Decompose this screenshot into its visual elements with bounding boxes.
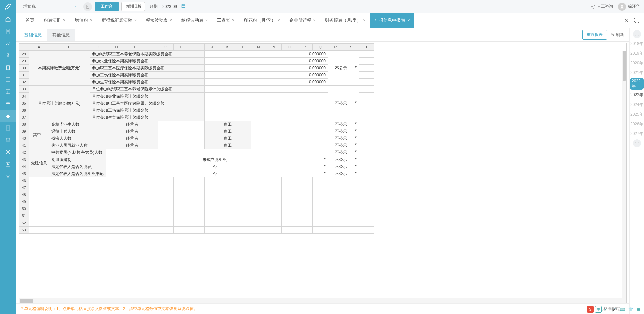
col-S[interactable]: S — [343, 44, 359, 51]
g3-v2[interactable] — [251, 142, 328, 149]
cell[interactable] — [251, 212, 266, 219]
row-44[interactable]: 44 — [19, 163, 29, 170]
tab-close-icon[interactable]: × — [313, 18, 316, 23]
row-40[interactable]: 40 — [19, 135, 29, 142]
tab-1[interactable]: 税表清册× — [39, 13, 70, 28]
col-H[interactable]: H — [174, 44, 189, 51]
row-52[interactable]: 52 — [19, 219, 29, 227]
year-up-button[interactable]: ︿ — [633, 30, 641, 38]
row-35[interactable]: 35 — [19, 100, 29, 107]
cell[interactable] — [343, 191, 359, 198]
cell[interactable] — [143, 191, 158, 198]
cell[interactable] — [266, 198, 282, 205]
ime-keyboard-icon[interactable]: ⌨ — [619, 306, 626, 313]
col-Q[interactable]: Q — [313, 44, 328, 51]
cell[interactable] — [205, 227, 220, 234]
cell[interactable] — [49, 227, 90, 234]
cell[interactable] — [174, 227, 189, 234]
cell[interactable] — [205, 191, 220, 198]
row-31[interactable]: 31 — [19, 72, 29, 79]
cell[interactable] — [90, 219, 106, 227]
cell[interactable] — [143, 184, 158, 191]
cell[interactable] — [49, 191, 90, 198]
nav-export-icon[interactable] — [0, 122, 16, 134]
cell[interactable] — [251, 184, 266, 191]
cell[interactable] — [205, 198, 220, 205]
cell[interactable] — [297, 227, 313, 234]
dropdown-cell[interactable]: 不公示▼ — [328, 170, 359, 177]
row-28[interactable]: 28 — [19, 51, 29, 58]
tab-close-icon[interactable]: × — [407, 18, 410, 23]
cell[interactable] — [29, 212, 49, 219]
row-49[interactable]: 49 — [19, 198, 29, 205]
year-2022年[interactable]: 2022年 — [630, 78, 644, 90]
tab-close-icon[interactable]: × — [278, 18, 280, 23]
row-30[interactable]: 30 — [19, 65, 29, 72]
g2-value[interactable] — [205, 114, 328, 121]
cell[interactable] — [359, 72, 374, 79]
col-K[interactable]: K — [220, 44, 235, 51]
cell[interactable] — [220, 212, 235, 219]
year-2020年[interactable]: 2020年 — [630, 58, 644, 68]
close-all-tabs-button[interactable]: ✕ — [621, 16, 631, 25]
cell[interactable] — [359, 100, 374, 107]
cell[interactable] — [174, 184, 189, 191]
cell[interactable] — [359, 227, 374, 234]
row-47[interactable]: 47 — [19, 184, 29, 191]
dropdown-cell[interactable]: 不公示▼ — [328, 128, 359, 135]
cell[interactable] — [174, 198, 189, 205]
cell[interactable] — [189, 198, 205, 205]
col-I[interactable]: I — [189, 44, 205, 51]
year-down-button[interactable]: ﹀ — [633, 139, 641, 147]
cell[interactable] — [29, 177, 49, 184]
cell[interactable] — [158, 219, 174, 227]
tab-close-icon[interactable]: × — [90, 18, 92, 23]
cell[interactable] — [343, 184, 359, 191]
cell[interactable] — [313, 191, 328, 198]
workbench-button[interactable]: 工作台 — [95, 2, 119, 11]
cell[interactable] — [189, 227, 205, 234]
cell[interactable] — [158, 212, 174, 219]
cell[interactable] — [174, 191, 189, 198]
cell[interactable] — [359, 191, 374, 198]
g4-value[interactable]: 否▼ — [106, 163, 328, 170]
cell[interactable] — [205, 212, 220, 219]
cell[interactable] — [143, 198, 158, 205]
cell[interactable] — [49, 184, 90, 191]
cell[interactable] — [29, 198, 49, 205]
ime-zh-icon[interactable]: 中 — [595, 306, 602, 313]
row-38[interactable]: 38 — [19, 121, 29, 128]
dropdown-cell[interactable]: 不公示▼ — [328, 135, 359, 142]
cell[interactable] — [235, 177, 251, 184]
cell[interactable] — [158, 184, 174, 191]
cell[interactable] — [49, 198, 90, 205]
year-2021年[interactable]: 2021年 — [630, 68, 644, 78]
cell[interactable] — [220, 177, 235, 184]
year-2025年[interactable]: 2025年 — [630, 110, 644, 119]
header-round-icon[interactable] — [83, 2, 92, 11]
cell[interactable] — [266, 205, 282, 212]
cell[interactable] — [189, 219, 205, 227]
cell[interactable] — [343, 227, 359, 234]
col-D[interactable]: D — [106, 44, 127, 51]
cell[interactable] — [127, 198, 143, 205]
nav-report-icon[interactable] — [0, 74, 16, 86]
col-J[interactable]: J — [205, 44, 220, 51]
col-C[interactable]: C — [90, 44, 106, 51]
cell[interactable] — [29, 191, 49, 198]
cell[interactable] — [29, 205, 49, 212]
row-43[interactable]: 43 — [19, 156, 29, 163]
col-F[interactable]: F — [143, 44, 158, 51]
cell[interactable] — [282, 219, 297, 227]
cell[interactable] — [205, 205, 220, 212]
user-menu[interactable]: 徐泽华 — [618, 3, 640, 11]
year-2026年[interactable]: 2026年 — [630, 119, 644, 129]
cell[interactable] — [49, 177, 90, 184]
cell[interactable] — [205, 177, 220, 184]
cell[interactable] — [106, 205, 127, 212]
g1-value[interactable]: 0.000000 — [205, 72, 328, 79]
g2-disc[interactable]: 不公示▼ — [328, 86, 359, 121]
g1-value[interactable]: 0.000000 — [205, 65, 328, 72]
cell[interactable] — [106, 184, 127, 191]
tab-0[interactable]: 首页 — [21, 13, 39, 28]
